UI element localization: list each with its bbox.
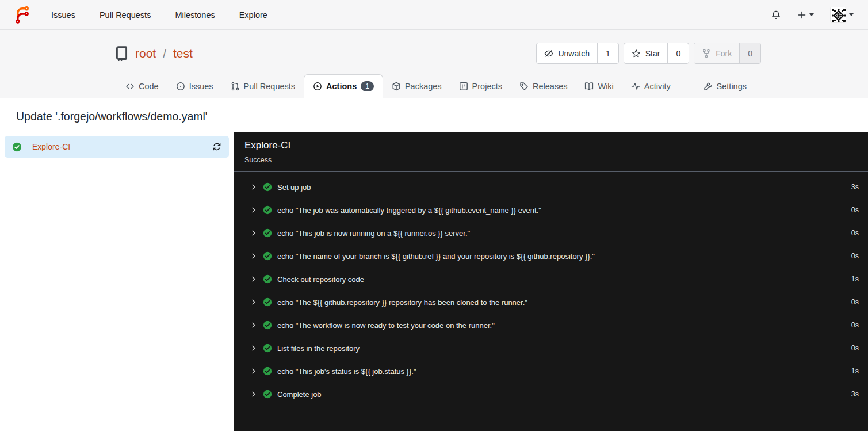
step-name: Complete job [277,390,322,399]
forks-count: 0 [739,43,760,63]
star-icon [632,49,641,58]
play-circle-icon [313,82,322,91]
repo-separator: / [163,47,166,60]
check-circle-icon [12,142,22,152]
job-name: Explore-CI [32,142,70,151]
notifications-button[interactable] [771,10,781,20]
repo-action-buttons: Unwatch 1 Star 0 [536,43,761,64]
check-circle-icon [263,274,272,284]
step-row[interactable]: echo "This job's status is ${{ job.statu… [234,360,868,383]
step-row[interactable]: Check out repository code 1s [234,268,868,291]
chevron-down-icon [809,13,814,16]
repo-icon [114,45,129,61]
tab-releases[interactable]: Releases [511,75,576,98]
step-duration: 1s [851,367,859,375]
star-button[interactable]: Star 0 [624,43,689,64]
avatar [830,7,846,23]
step-row[interactable]: echo "This job is now running on a ${{ r… [234,222,868,245]
pulse-icon [631,82,640,91]
tab-label: Wiki [598,82,613,91]
check-circle-icon [263,251,272,261]
tab-label: Code [139,82,159,91]
check-circle-icon [263,321,272,330]
tab-projects[interactable]: Projects [450,75,511,98]
package-icon [392,82,401,91]
job-status: Success [244,156,858,164]
check-circle-icon [263,297,272,307]
unwatch-button[interactable]: Unwatch 1 [536,43,618,64]
create-new-dropdown[interactable] [797,10,814,20]
tag-icon [519,82,529,91]
tab-label: Settings [717,82,747,91]
tab-packages[interactable]: Packages [383,75,450,98]
tools-icon [703,82,713,91]
step-name: echo "This job is now running on a ${{ r… [277,229,470,238]
step-duration: 0s [851,321,859,329]
tab-label: Pull Requests [244,82,295,91]
tab-code[interactable]: Code [117,75,167,98]
code-icon [125,82,135,91]
step-row[interactable]: echo "The name of your branch is ${{ git… [234,245,868,268]
navbar-item-explore[interactable]: Explore [239,10,267,20]
check-circle-icon [263,344,272,353]
tab-pull-requests[interactable]: Pull Requests [222,75,304,98]
navbar-right [771,7,854,23]
check-circle-icon [263,182,272,192]
step-duration: 3s [851,183,859,191]
job-log-panel: Explore-CI Success Set up job 3s echo "T… [234,132,868,431]
tab-label: Projects [472,82,502,91]
step-name: echo "The job was automatically triggere… [277,206,541,215]
step-name: echo "This job's status is ${{ job.statu… [277,367,416,376]
fork-button: Fork 0 [694,43,761,64]
tab-settings[interactable]: Settings [695,75,755,98]
tab-actions[interactable]: Actions 1 [304,74,383,98]
tab-activity[interactable]: Activity [622,75,679,98]
bell-icon [771,10,781,20]
job-item-explore-ci[interactable]: Explore-CI [5,136,229,158]
repo-name-link[interactable]: test [173,47,193,60]
git-fork-icon [702,49,711,58]
git-pull-request-icon [231,82,240,91]
check-circle-icon [263,390,272,399]
user-menu-dropdown[interactable] [830,7,854,23]
tab-label: Actions [326,82,357,91]
watchers-count[interactable]: 1 [597,43,618,63]
step-row[interactable]: Set up job 3s [234,176,868,199]
step-duration: 0s [851,344,859,352]
tab-label: Releases [533,82,567,91]
tab-label: Issues [189,82,213,91]
step-row[interactable]: List files in the repository 0s [234,337,868,360]
chevron-right-icon [250,276,257,283]
unwatch-label: Unwatch [558,49,589,58]
check-circle-icon [263,367,272,376]
navbar-item-issues[interactable]: Issues [51,10,75,20]
fork-label: Fork [716,49,732,58]
tab-wiki[interactable]: Wiki [576,75,622,98]
job-steps-list: Set up job 3s echo "The job was automati… [234,172,868,406]
step-row[interactable]: echo "The job was automatically triggere… [234,199,868,222]
chevron-right-icon [250,391,257,398]
navbar-links: Issues Pull Requests Milestones Explore [51,10,267,20]
refresh-icon[interactable] [212,142,221,151]
tab-label: Packages [405,82,442,91]
repo-name: root / test [114,45,193,61]
repo-title-row: root / test Unwatch 1 [0,30,868,73]
chevron-right-icon [250,230,257,237]
project-icon [459,82,468,91]
step-row[interactable]: echo "The ${{ github.repository }} repos… [234,291,868,314]
forgejo-logo-icon[interactable] [14,6,33,24]
chevron-right-icon [250,322,257,329]
plus-icon [797,10,806,20]
issue-opened-icon [176,82,185,91]
tab-issues[interactable]: Issues [167,75,222,98]
repo-owner-link[interactable]: root [135,47,156,60]
navbar-item-pull-requests[interactable]: Pull Requests [100,10,151,20]
step-row[interactable]: echo "The workflow is now ready to test … [234,314,868,337]
chevron-right-icon [250,253,257,260]
stars-count[interactable]: 0 [667,43,689,63]
step-duration: 0s [851,298,859,306]
check-circle-icon [263,205,272,215]
step-duration: 1s [851,275,859,283]
navbar-item-milestones[interactable]: Milestones [175,10,215,20]
step-row[interactable]: Complete job 3s [234,383,868,406]
